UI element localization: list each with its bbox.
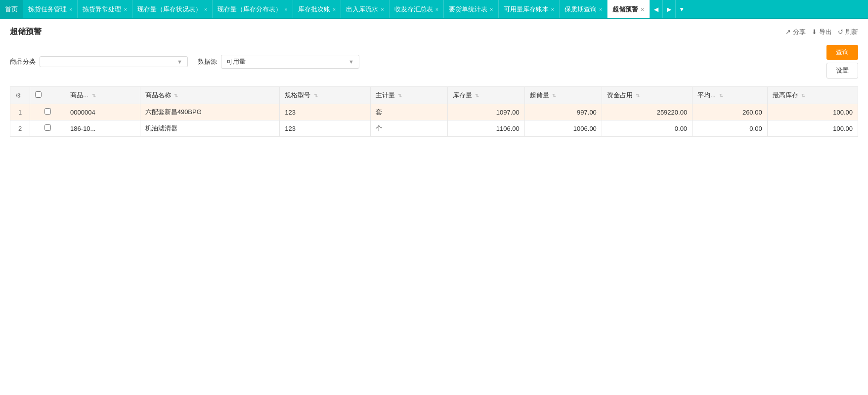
- main-content: 超储预警 ↗ 分享 ⬇ 导出 ↺ 刷新 商品分类 ▼ 数据源: [0, 19, 868, 395]
- th-unit-label: 主计量: [376, 91, 395, 99]
- export-icon: ⬇: [812, 28, 817, 36]
- nav-order-stats[interactable]: 要货单统计表 ×: [444, 0, 498, 18]
- th-stock[interactable]: 库存量 ⇅: [447, 87, 524, 104]
- row-capital-1: 0.00: [602, 120, 692, 137]
- th-checkbox: [30, 87, 65, 104]
- query-button[interactable]: 查询: [826, 45, 858, 60]
- table-row: 2 186-10... 机油滤清器 123 个 1106.00 1006.00 …: [10, 120, 858, 137]
- row-max-stock-0: 100.00: [767, 104, 858, 120]
- row-capital-0: 259220.00: [602, 104, 692, 120]
- th-capital[interactable]: 资金占用 ⇅: [602, 87, 692, 104]
- row-stock-1: 1106.00: [447, 120, 524, 137]
- th-spec-label: 规格型号: [285, 91, 310, 99]
- th-max-stock[interactable]: 最高库存 ⇅: [767, 87, 858, 104]
- th-product-name-sort: ⇅: [174, 93, 178, 98]
- datasource-select[interactable]: 可用量 ▼: [221, 55, 359, 69]
- select-all-checkbox[interactable]: [35, 91, 42, 98]
- row-product-code-0: 0000004: [65, 104, 140, 120]
- header-actions: ↗ 分享 ⬇ 导出 ↺ 刷新: [785, 28, 858, 37]
- row-unit-1: 个: [370, 120, 447, 137]
- row-num-0: 1: [10, 104, 30, 120]
- row-select-0[interactable]: [44, 108, 51, 115]
- th-max-stock-label: 最高库存: [773, 91, 798, 99]
- close-batch-account[interactable]: ×: [333, 6, 336, 12]
- nav-batch-account[interactable]: 库存批次账 ×: [293, 0, 341, 18]
- th-over-storage[interactable]: 超储量 ⇅: [524, 87, 602, 104]
- table-header-row: ⚙ 商品... ⇅ 商品名称 ⇅ 规格型号 ⇅ 主计量: [10, 87, 858, 104]
- row-product-code-1: 186-10...: [65, 120, 140, 137]
- row-product-name-0: 六配套新昌490BPG: [140, 104, 280, 120]
- row-product-name-1: 机油滤清器: [140, 120, 280, 137]
- th-spec-sort: ⇅: [314, 93, 318, 98]
- row-checkbox-0[interactable]: [30, 104, 65, 120]
- share-button[interactable]: ↗ 分享: [785, 28, 806, 37]
- close-inout-flow[interactable]: ×: [381, 6, 384, 12]
- close-quality-period[interactable]: ×: [599, 6, 602, 12]
- close-pick-exception[interactable]: ×: [124, 6, 127, 12]
- th-unit-sort: ⇅: [398, 93, 402, 98]
- row-over-storage-0: 997.00: [524, 104, 602, 120]
- data-table: ⚙ 商品... ⇅ 商品名称 ⇅ 规格型号 ⇅ 主计量: [10, 86, 858, 137]
- th-product-code-label: 商品...: [70, 91, 88, 99]
- nav-inventory-dist[interactable]: 现存量（库存分布表） ×: [213, 0, 293, 18]
- nav-inout-flow[interactable]: 出入库流水 ×: [341, 0, 389, 18]
- th-over-storage-label: 超储量: [530, 91, 549, 99]
- th-unit[interactable]: 主计量 ⇅: [370, 87, 447, 104]
- nav-receive-summary[interactable]: 收发存汇总表 ×: [390, 0, 444, 18]
- refresh-button[interactable]: ↺ 刷新: [838, 28, 858, 37]
- th-spec[interactable]: 规格型号 ⇅: [280, 87, 370, 104]
- row-avg-0: 260.00: [693, 104, 768, 120]
- th-avg-label: 平均...: [697, 91, 716, 99]
- category-label: 商品分类: [10, 57, 36, 66]
- row-stock-0: 1097.00: [447, 104, 524, 120]
- row-avg-1: 0.00: [693, 120, 768, 137]
- category-select[interactable]: ▼: [40, 56, 188, 67]
- close-inventory-dist[interactable]: ×: [284, 6, 287, 12]
- th-product-code-sort: ⇅: [92, 93, 96, 98]
- nav-prev-arrow[interactable]: ◀: [650, 0, 662, 18]
- close-pick-task[interactable]: ×: [69, 6, 72, 12]
- th-max-stock-sort: ⇅: [801, 93, 805, 98]
- th-stock-sort: ⇅: [475, 93, 479, 98]
- th-avg[interactable]: 平均... ⇅: [693, 87, 768, 104]
- row-unit-0: 套: [370, 104, 447, 120]
- close-receive-summary[interactable]: ×: [435, 6, 438, 12]
- nav-available-account[interactable]: 可用量库存账本 ×: [499, 0, 560, 18]
- nav-quality-period[interactable]: 保质期查询 ×: [560, 0, 608, 18]
- datasource-value: 可用量: [226, 57, 246, 66]
- row-checkbox-1[interactable]: [30, 120, 65, 137]
- nav-inventory-status[interactable]: 现存量（库存状况表） ×: [132, 0, 213, 18]
- th-product-name[interactable]: 商品名称 ⇅: [140, 87, 280, 104]
- settings-button[interactable]: 设置: [826, 63, 858, 79]
- filter-row: 商品分类 ▼ 数据源 可用量 ▼ 查询 设置: [10, 45, 858, 79]
- nav-more-arrow[interactable]: ▼: [675, 0, 688, 18]
- top-navigation: 首页 拣货任务管理 × 拣货异常处理 × 现存量（库存状况表） × 现存量（库存…: [0, 0, 868, 19]
- close-available-account[interactable]: ×: [551, 6, 554, 12]
- datasource-label: 数据源: [198, 57, 217, 66]
- datasource-dropdown-arrow: ▼: [348, 59, 354, 65]
- row-spec-0: 123: [280, 104, 370, 120]
- nav-home[interactable]: 首页: [0, 0, 23, 18]
- th-settings[interactable]: ⚙: [10, 87, 30, 104]
- row-num-1: 2: [10, 120, 30, 137]
- th-product-code[interactable]: 商品... ⇅: [65, 87, 140, 104]
- row-over-storage-1: 1006.00: [524, 120, 602, 137]
- nav-pick-exception[interactable]: 拣货异常处理 ×: [78, 0, 132, 18]
- nav-next-arrow[interactable]: ▶: [662, 0, 675, 18]
- row-max-stock-1: 100.00: [767, 120, 858, 137]
- category-filter: 商品分类 ▼: [10, 56, 188, 67]
- th-capital-label: 资金占用: [607, 91, 633, 99]
- row-select-1[interactable]: [44, 124, 51, 131]
- th-over-storage-sort: ⇅: [552, 93, 556, 98]
- nav-pick-task[interactable]: 拣货任务管理 ×: [23, 0, 78, 18]
- close-overstock-warning[interactable]: ×: [641, 6, 644, 12]
- nav-overstock-warning[interactable]: 超储预警 ×: [608, 0, 649, 18]
- refresh-icon: ↺: [838, 28, 843, 36]
- close-order-stats[interactable]: ×: [490, 6, 493, 12]
- column-settings-icon[interactable]: ⚙: [15, 92, 21, 99]
- close-inventory-status[interactable]: ×: [204, 6, 207, 12]
- category-dropdown-arrow: ▼: [177, 59, 182, 65]
- export-button[interactable]: ⬇ 导出: [812, 28, 832, 37]
- share-icon: ↗: [785, 28, 791, 36]
- table-row: 1 0000004 六配套新昌490BPG 123 套 1097.00 997.…: [10, 104, 858, 120]
